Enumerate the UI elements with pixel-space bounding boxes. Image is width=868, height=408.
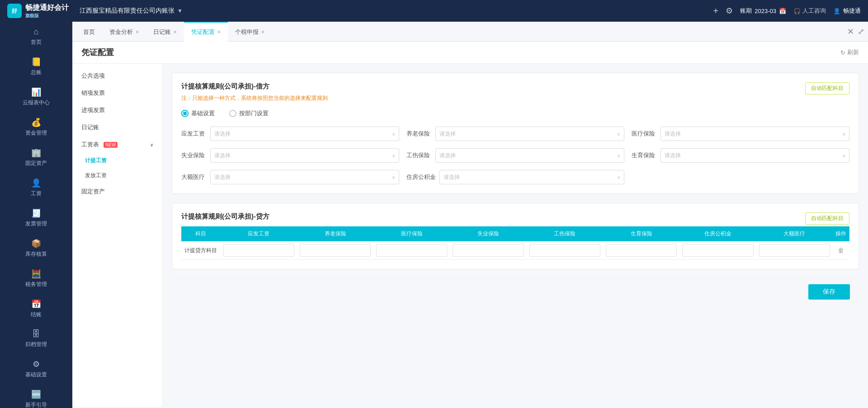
chevron-down-icon: ▼ [177, 8, 183, 14]
yingfa-select[interactable]: 请选择 ∨ [210, 127, 399, 141]
sidebar-item-invoice[interactable]: 🧾 发票管理 [0, 203, 72, 233]
row-yanglao-input[interactable] [300, 244, 371, 257]
refresh-icon: ↻ [840, 49, 845, 56]
row-gongshang-input[interactable] [529, 244, 600, 257]
save-button[interactable]: 保存 [808, 284, 850, 300]
tab-fund[interactable]: 资金分析 × [102, 22, 146, 42]
left-nav-fixed-assets[interactable]: 固定资产 [72, 183, 162, 200]
row-dae-input[interactable] [759, 244, 830, 257]
row-gongjijin-cell[interactable] [679, 241, 756, 260]
row-gongjijin-input[interactable] [682, 244, 753, 257]
tab-tax[interactable]: 个税申报 × [228, 22, 272, 42]
user-menu[interactable]: 👤 畅捷通 [833, 7, 861, 15]
col-yiliao: 医疗保险 [373, 226, 450, 241]
left-nav-purchase-label: 进项发票 [81, 106, 105, 114]
left-nav-accrue[interactable]: 计提工资 [72, 153, 162, 168]
yanglao-chevron-icon: ∨ [617, 131, 620, 136]
row-yiliao-cell[interactable] [373, 241, 450, 260]
left-nav-payroll-table[interactable]: 工资表 NEW ∨ [72, 136, 162, 153]
row-shengyu-input[interactable] [606, 244, 677, 257]
topbar: 好 畅捷通好会计 旗舰版 江西服宝精品有限责任公司内账张 ▼ + ⚙ 账期 20… [0, 0, 868, 22]
left-nav-public[interactable]: 公共选项 [72, 67, 162, 84]
sidebar-item-fund[interactable]: 💰 资金管理 [0, 112, 72, 142]
sidebar-label-guide: 新手引导 [25, 401, 47, 408]
tab-journal-close[interactable]: × [174, 29, 177, 35]
tab-voucher-close[interactable]: × [217, 29, 221, 35]
sidebar-item-assets[interactable]: 🏢 固定资产 [0, 142, 72, 173]
sidebar-label-ledger: 总账 [31, 69, 42, 76]
sidebar-item-guide[interactable]: 🆕 新手引导 [0, 384, 72, 408]
sidebar-label-payroll: 工资 [31, 190, 42, 197]
row-action-cell[interactable]: 🗑 [833, 241, 849, 260]
credit-table: 科目 应发工资 养老保险 医疗保险 失业保险 工伤保险 生育保险 住房公积金 大… [181, 226, 849, 260]
yiliao-select[interactable]: 请选择 ∨ [660, 127, 849, 141]
sidebar-item-close[interactable]: 📅 结账 [0, 294, 72, 324]
close-all-icon[interactable]: ✕ [847, 27, 854, 37]
radio-basic-label: 基础设置 [191, 109, 215, 117]
sidebar-item-inventory[interactable]: 📦 库存核算 [0, 233, 72, 263]
expand-icon[interactable]: ⤢ [858, 27, 864, 37]
tab-tax-close[interactable]: × [261, 29, 264, 35]
col-action: 操作 [833, 226, 849, 241]
tab-journal[interactable]: 日记账 × [146, 22, 184, 42]
sidebar-item-home[interactable]: ⌂ 首页 [0, 22, 72, 52]
left-nav-pay[interactable]: 发放工资 [72, 168, 162, 183]
credit-auto-match-button[interactable]: 自动匹配科目 [805, 212, 849, 225]
sidebar-label-report: 云报表中心 [23, 99, 50, 107]
sidebar-label-assets: 固定资产 [25, 159, 47, 167]
sidebar-item-settings[interactable]: ⚙ 基础设置 [0, 354, 72, 384]
calendar-icon[interactable]: 📅 [779, 8, 786, 14]
row-shiye-input[interactable] [453, 244, 524, 257]
company-selector[interactable]: 江西服宝精品有限责任公司内账张 ▼ [80, 7, 183, 15]
yanglao-select[interactable]: 请选择 ∨ [435, 127, 624, 141]
refresh-button[interactable]: ↻ 刷新 [840, 48, 859, 56]
row-yingfa-cell[interactable] [221, 241, 297, 260]
tab-home[interactable]: 首页 [76, 22, 102, 42]
left-nav-journal[interactable]: 日记账 [72, 119, 162, 136]
table-row: 计提贷方科目 🗑 [181, 241, 849, 260]
logo: 好 畅捷通好会计 旗舰版 [7, 3, 69, 19]
col-yanglao: 养老保险 [297, 226, 373, 241]
ai-consult-button[interactable]: 🎧 人工咨询 [793, 7, 826, 15]
gongshang-select[interactable]: 请选择 ∨ [435, 148, 624, 163]
delete-row-icon[interactable]: 🗑 [838, 247, 844, 254]
sidebar-item-tax[interactable]: 🧮 税务管理 [0, 263, 72, 294]
yanglao-placeholder: 请选择 [439, 130, 456, 138]
shengyu-select[interactable]: 请选择 ∨ [660, 148, 849, 163]
left-nav-sales-label: 销项发票 [81, 89, 105, 97]
field-gongshang: 工伤保险 请选择 ∨ [406, 148, 624, 163]
period-label: 账期 [740, 7, 752, 15]
left-nav-purchase[interactable]: 进项发票 [72, 102, 162, 119]
row-shiye-cell[interactable] [450, 241, 526, 260]
sidebar-item-ledger[interactable]: 📒 总账 [0, 52, 72, 82]
row-gongshang-cell[interactable] [527, 241, 603, 260]
radio-basic[interactable]: 基础设置 [181, 109, 215, 117]
col-shengyu: 生育保险 [603, 226, 679, 241]
add-button[interactable]: + [713, 6, 719, 16]
page-title: 凭证配置 [81, 47, 114, 58]
tabbar-actions: ✕ ⤢ [847, 27, 864, 37]
shiye-select[interactable]: 请选择 ∨ [210, 148, 399, 163]
row-yiliao-input[interactable] [376, 244, 447, 257]
tab-fund-close[interactable]: × [136, 29, 139, 35]
sidebar-item-payroll[interactable]: 👤 工资 [0, 173, 72, 203]
row-yingfa-input[interactable] [223, 244, 294, 257]
sidebar-item-archive[interactable]: 🗄 归档管理 [0, 324, 72, 354]
settings-icon[interactable]: ⚙ [726, 6, 733, 16]
left-nav-fixed-assets-label: 固定资产 [81, 188, 105, 196]
left-nav-sales[interactable]: 销项发票 [72, 84, 162, 102]
tab-voucher[interactable]: 凭证配置 × [184, 22, 228, 42]
gongjijin-select[interactable]: 请选择 ∨ [439, 170, 624, 184]
row-yanglao-cell[interactable] [297, 241, 373, 260]
dae-select[interactable]: 请选择 ∨ [210, 170, 399, 184]
radio-dept[interactable]: 按部门设置 [229, 109, 269, 117]
sidebar: ⌂ 首页 📒 总账 📊 云报表中心 💰 资金管理 🏢 固定资产 👤 工资 🧾 发… [0, 22, 72, 408]
sidebar-item-report[interactable]: 📊 云报表中心 [0, 82, 72, 112]
shiye-label: 失业保险 [181, 151, 207, 159]
main-layout: ⌂ 首页 📒 总账 📊 云报表中心 💰 资金管理 🏢 固定资产 👤 工资 🧾 发… [0, 22, 868, 408]
row-dae-cell[interactable] [756, 241, 833, 260]
tab-journal-label: 日记账 [153, 28, 171, 36]
field-gongjijin: 住房公积金 请选择 ∨ [406, 170, 624, 184]
row-shengyu-cell[interactable] [603, 241, 679, 260]
debit-auto-match-button[interactable]: 自动匹配科目 [805, 82, 849, 94]
